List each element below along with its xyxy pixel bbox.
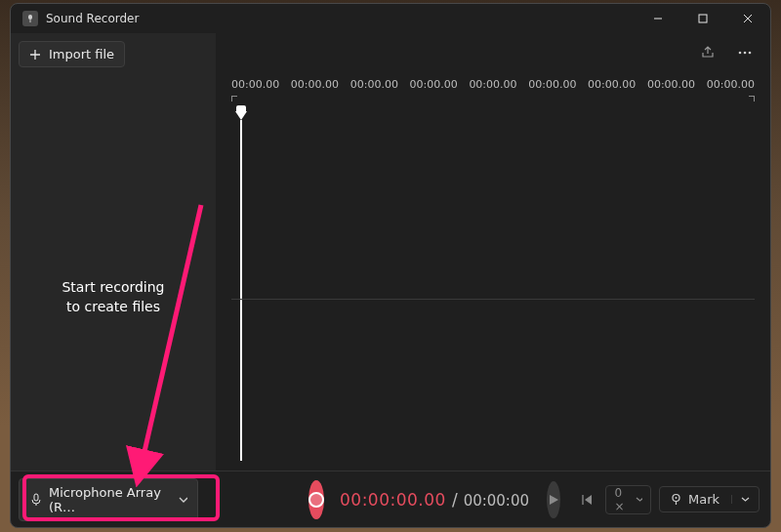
play-icon: [547, 493, 560, 507]
elapsed-time: 00:00:00.00: [340, 490, 446, 510]
timeline[interactable]: 00:00.00 00:00.00 00:00.00 00:00.00 00:0…: [216, 33, 770, 471]
window-controls: [636, 4, 770, 33]
tick-label: 00:00.00: [469, 78, 516, 91]
mark-button[interactable]: Mark: [659, 486, 760, 512]
skip-back-button[interactable]: [574, 485, 599, 514]
microphone-icon: [29, 493, 41, 507]
tick-label: 00:00.00: [350, 78, 398, 91]
svg-point-16: [676, 497, 678, 499]
time-separator: /: [452, 490, 458, 510]
timeline-ruler: 00:00.00 00:00.00 00:00.00 00:00.00 00:0…: [231, 78, 755, 91]
tick-label: 00:00.00: [528, 78, 576, 91]
import-file-button[interactable]: Import file: [19, 41, 125, 67]
sidebar: Import file Start recording to create fi…: [11, 33, 216, 471]
chevron-down-icon: [636, 495, 642, 504]
import-file-label: Import file: [49, 47, 114, 61]
empty-line-1: Start recording: [19, 277, 208, 297]
ruler-brackets: [231, 96, 755, 107]
chevron-down-icon: [741, 495, 750, 504]
maximize-button[interactable]: [680, 4, 725, 33]
tick-label: 00:00.00: [291, 78, 339, 91]
tick-label: 00:00.00: [588, 78, 636, 91]
close-button[interactable]: [725, 4, 770, 33]
tick-label: 00:00.00: [231, 78, 279, 91]
empty-line-2: to create files: [19, 297, 208, 316]
playhead[interactable]: [235, 111, 247, 461]
app-window: Sound Recorder Import file Start recordi…: [10, 3, 771, 528]
svg-rect-0: [28, 15, 32, 20]
play-button[interactable]: [547, 481, 560, 518]
waveform-baseline: [231, 299, 755, 300]
empty-state-message: Start recording to create files: [19, 277, 208, 317]
record-icon: [308, 492, 324, 508]
mark-dropdown-button[interactable]: [731, 495, 755, 504]
svg-rect-11: [34, 494, 38, 501]
mark-label: Mark: [688, 492, 719, 507]
playback-speed-button[interactable]: 0 ×: [605, 485, 651, 514]
microphone-dropdown[interactable]: Microphone Array (R…: [19, 478, 198, 521]
svg-rect-3: [699, 15, 707, 22]
minimize-button[interactable]: [636, 4, 680, 33]
bottom-bar: Microphone Array (R… 00:00:00.00 / 00:00…: [11, 471, 770, 527]
tick-label: 00:00.00: [647, 78, 695, 91]
secondary-controls: 0 ×: [574, 485, 651, 514]
record-button[interactable]: [308, 480, 324, 519]
total-time: 00:00:00: [464, 492, 529, 510]
app-title: Sound Recorder: [46, 12, 139, 25]
skip-back-icon: [580, 493, 594, 507]
app-icon: [22, 11, 38, 26]
main-panel: 00:00.00 00:00.00 00:00.00 00:00.00 00:0…: [216, 33, 770, 471]
playhead-handle-icon[interactable]: [235, 111, 247, 120]
svg-rect-1: [30, 20, 31, 22]
plus-icon: [29, 49, 41, 61]
tick-label: 00:00.00: [707, 78, 755, 91]
svg-marker-12: [550, 495, 558, 505]
tick-label: 00:00.00: [410, 78, 458, 91]
title-bar[interactable]: Sound Recorder: [11, 4, 770, 33]
svg-marker-14: [585, 495, 592, 505]
chevron-down-icon: [179, 495, 187, 505]
playhead-line: [240, 120, 242, 461]
microphone-label: Microphone Array (R…: [49, 485, 171, 514]
playback-speed-label: 0 ×: [614, 486, 631, 513]
time-display: 00:00:00.00 / 00:00:00: [340, 490, 529, 510]
marker-icon: [670, 493, 682, 506]
